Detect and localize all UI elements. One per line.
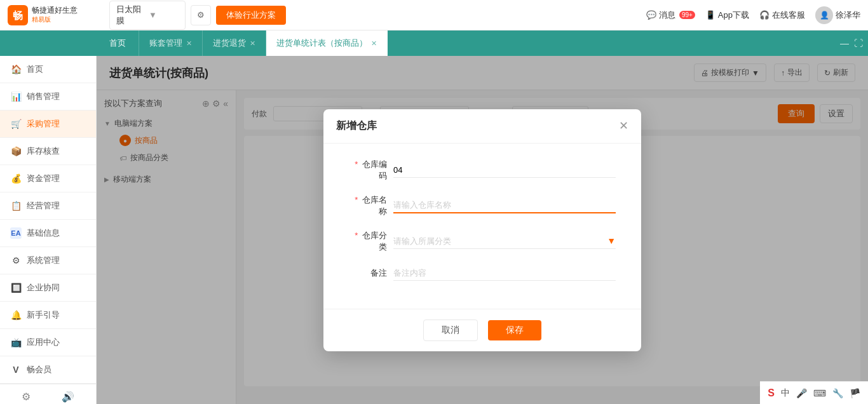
- close-accounts-tab-icon[interactable]: ✕: [186, 39, 192, 48]
- top-header: 畅 畅捷通好生意 精易版 日太阳膜 ▼ ⚙ 体验行业方案 💬 消息 99+ 📱 …: [0, 0, 868, 30]
- restore-window-icon[interactable]: ⛶: [854, 38, 863, 48]
- sidebar-item-system[interactable]: ⚙ 系统管理: [0, 247, 96, 274]
- message-icon: 💬: [646, 10, 656, 20]
- trial-button[interactable]: 体验行业方案: [216, 6, 286, 25]
- tab-purchase-returns[interactable]: 进货退货 ✕: [203, 30, 266, 56]
- store-name: 日太阳膜: [116, 4, 146, 27]
- warehouse-name-label: * 仓库名称: [349, 194, 393, 217]
- sidebar-system-label: 系统管理: [27, 255, 60, 266]
- home-icon: 🏠: [10, 64, 22, 75]
- warehouse-category-input[interactable]: [393, 236, 607, 246]
- inventory-icon: 📦: [10, 145, 22, 157]
- warehouse-name-input[interactable]: [393, 198, 616, 213]
- required-mark-name: *: [355, 195, 358, 205]
- sidebar-item-guide[interactable]: 🔔 新手引导: [0, 302, 96, 329]
- sidebar-item-finance[interactable]: 💰 资金管理: [0, 165, 96, 192]
- sidebar-item-basic-info[interactable]: EA 基础信息: [0, 220, 96, 247]
- new-warehouse-dialog: 新增仓库 ✕ * 仓库编码 *: [323, 109, 641, 351]
- save-button[interactable]: 保存: [488, 320, 541, 340]
- sidebar-item-apps[interactable]: 📺 应用中心: [0, 329, 96, 356]
- dialog-header: 新增仓库 ✕: [323, 109, 641, 144]
- warehouse-code-row: * 仓库编码: [349, 159, 616, 182]
- messages-button[interactable]: 💬 消息 99+: [646, 10, 695, 21]
- sidebar-item-operations[interactable]: 📋 经营管理: [0, 192, 96, 220]
- warehouse-category-row: * 仓库分类 ▼: [349, 230, 616, 253]
- dialog-title: 新增仓库: [336, 119, 377, 133]
- chevron-down-icon: ▼: [149, 10, 179, 20]
- headset-icon: 🎧: [759, 10, 770, 20]
- sidebar-item-enterprise[interactable]: 🔲 企业协同: [0, 274, 96, 302]
- sidebar-inventory-label: 库存核查: [27, 145, 60, 157]
- sidebar-volume-icon[interactable]: 🔊: [62, 391, 74, 403]
- dialog-body: * 仓库编码 * 仓库名称: [323, 144, 641, 309]
- required-mark-code: *: [355, 159, 358, 169]
- tab-accounts[interactable]: 账套管理 ✕: [139, 30, 203, 56]
- warehouse-code-label: * 仓库编码: [349, 159, 393, 182]
- sidebar-member-label: 畅会员: [27, 364, 51, 375]
- sales-icon: 📊: [10, 91, 22, 102]
- purchase-returns-label: 进货退货: [213, 37, 246, 49]
- sidebar-item-purchase[interactable]: 🛒 采购管理: [0, 111, 96, 138]
- home-tab-label: 首页: [109, 37, 126, 49]
- basic-info-icon: EA: [10, 227, 22, 239]
- sidebar-purchase-label: 采购管理: [27, 118, 60, 130]
- app-download-label: App下载: [718, 10, 749, 21]
- system-icon: ⚙: [10, 255, 22, 266]
- app-name: 畅捷通好生意: [32, 6, 78, 16]
- settings-bottom-icon[interactable]: 🔧: [832, 388, 843, 398]
- close-purchase-stats-icon[interactable]: ✕: [371, 39, 377, 48]
- sidebar-home-label: 首页: [27, 64, 43, 75]
- app-edition: 精易版: [32, 15, 78, 24]
- required-mark-category: *: [355, 231, 358, 240]
- minimize-window-icon[interactable]: —: [840, 38, 849, 48]
- remark-row: 备注: [349, 266, 616, 281]
- chinese-icon[interactable]: 中: [781, 387, 790, 399]
- mic-icon[interactable]: 🎤: [796, 388, 807, 398]
- settings-button[interactable]: ⚙: [191, 5, 211, 25]
- sidebar-apps-label: 应用中心: [27, 337, 60, 348]
- flag-icon[interactable]: 🏴: [850, 388, 860, 398]
- sidebar-item-sales[interactable]: 📊 销售管理: [0, 83, 96, 111]
- svg-text:畅: 畅: [13, 10, 23, 21]
- main-layout: 🏠 首页 📊 销售管理 🛒 采购管理 📦 库存核查 💰 资金管理 📋 经营管理 …: [0, 56, 868, 404]
- remark-label: 备注: [349, 267, 393, 279]
- logo-area: 畅 畅捷通好生意 精易版: [8, 5, 104, 25]
- finance-icon: 💰: [10, 173, 22, 184]
- sidebar-sales-label: 销售管理: [27, 91, 60, 102]
- sidebar-operations-label: 经营管理: [27, 200, 60, 212]
- sidebar-settings-icon[interactable]: ⚙: [22, 391, 31, 403]
- sidebar: 🏠 首页 📊 销售管理 🛒 采购管理 📦 库存核查 💰 资金管理 📋 经营管理 …: [0, 56, 97, 404]
- guide-icon: 🔔: [10, 309, 22, 321]
- tab-purchase-stats[interactable]: 进货单统计表（按商品） ✕: [266, 30, 388, 56]
- keyboard-icon[interactable]: ⌨: [813, 388, 826, 398]
- store-selector[interactable]: 日太阳膜 ▼: [109, 1, 186, 30]
- modal-overlay: 新增仓库 ✕ * 仓库编码 *: [97, 56, 868, 404]
- warehouse-name-row: * 仓库名称: [349, 194, 616, 217]
- warehouse-code-input[interactable]: [393, 163, 616, 178]
- online-service-button[interactable]: 🎧 在线客服: [759, 10, 805, 21]
- close-purchase-returns-icon[interactable]: ✕: [250, 39, 255, 48]
- sidebar-item-member[interactable]: V 畅会员: [0, 356, 96, 384]
- purchase-icon: 🛒: [10, 118, 22, 130]
- sidebar-item-inventory[interactable]: 📦 库存核查: [0, 138, 96, 165]
- warehouse-category-label: * 仓库分类: [349, 230, 393, 253]
- cancel-button[interactable]: 取消: [423, 320, 478, 341]
- remark-input[interactable]: [393, 266, 616, 281]
- user-profile[interactable]: 👤 徐泽华: [815, 6, 860, 24]
- s-logo: S: [768, 387, 775, 399]
- bottom-bar: S 中 🎤 ⌨ 🔧 🏴: [760, 381, 868, 404]
- app-download-button[interactable]: 📱 App下载: [705, 10, 749, 21]
- username: 徐泽华: [836, 10, 860, 21]
- content-area: 进货单统计(按商品) 🖨 按模板打印 ▼ ↑ 导出 ↻ 刷新: [97, 56, 868, 404]
- nav-tabs: 首页 账套管理 ✕ 进货退货 ✕ 进货单统计表（按商品） ✕ — ⛶: [0, 30, 868, 56]
- dialog-close-button[interactable]: ✕: [619, 120, 628, 131]
- tab-home[interactable]: 首页: [97, 30, 139, 56]
- sidebar-item-home[interactable]: 🏠 首页: [0, 56, 96, 83]
- apps-icon: 📺: [10, 337, 22, 348]
- category-dropdown-icon[interactable]: ▼: [607, 236, 616, 246]
- sidebar-guide-label: 新手引导: [27, 309, 60, 321]
- operations-icon: 📋: [10, 200, 22, 212]
- purchase-stats-label: 进货单统计表（按商品）: [276, 37, 367, 49]
- messages-badge: 99+: [679, 11, 695, 19]
- enterprise-icon: 🔲: [10, 282, 22, 293]
